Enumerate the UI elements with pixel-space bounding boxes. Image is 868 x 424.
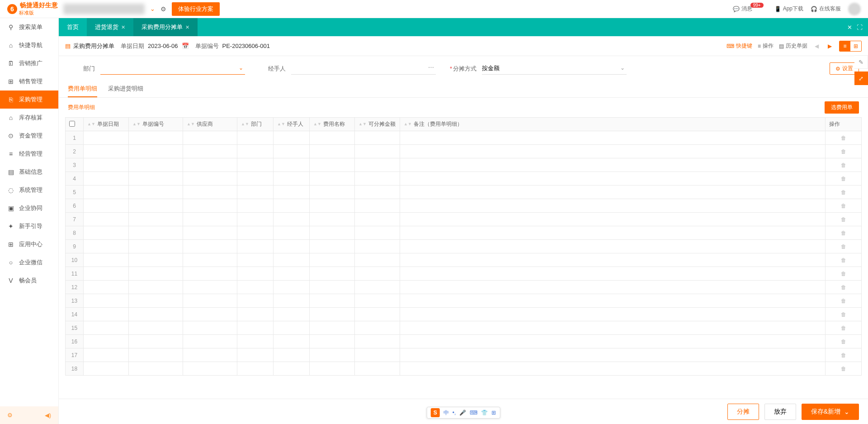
col-amount[interactable]: ▲▼可分摊金额 [355,118,400,131]
collapse-icon[interactable]: ◀) [45,412,51,419]
table-row[interactable]: 6🗑 [66,199,862,213]
chevron-down-icon[interactable]: ⌄ [239,65,243,71]
table-row[interactable]: 9🗑 [66,240,862,253]
sidebar-item[interactable]: ▤基础信息 [0,163,58,181]
delete-icon[interactable]: 🗑 [841,162,846,168]
chevron-down-icon[interactable]: ⌄ [620,65,625,71]
table-row[interactable]: 13🗑 [66,294,862,308]
action-link[interactable]: ≡ 操作 [758,42,774,50]
delete-icon[interactable]: 🗑 [841,176,846,182]
table-row[interactable]: 1🗑 [66,131,862,145]
fullscreen-icon[interactable]: ⛶ [857,24,863,31]
col-handler[interactable]: ▲▼经手人 [274,118,310,131]
sidebar-item[interactable]: ⎘采购管理 [0,91,58,109]
sidebar-item[interactable]: ○企业微信 [0,253,58,272]
delete-icon[interactable]: 🗑 [841,338,846,345]
delete-icon[interactable]: 🗑 [841,257,846,263]
sidebar-item[interactable]: V畅会员 [0,272,58,290]
delete-icon[interactable]: 🗑 [841,230,846,236]
save-new-button[interactable]: 保存&新增⌄ [802,404,859,420]
dept-input[interactable] [100,63,245,75]
ime-lang[interactable]: 中 [443,409,449,417]
delete-icon[interactable]: 🗑 [841,135,846,141]
rail-edit-icon[interactable]: ✎ [854,55,868,69]
app-download-link[interactable]: 📱 App下载 [774,5,803,13]
tab-fee-allocation[interactable]: 采购费用分摊单✕ [133,18,198,36]
delete-icon[interactable]: 🗑 [841,325,846,331]
col-remark[interactable]: ▲▼备注（费用单明细） [400,118,826,131]
sidebar-item[interactable]: ⌂快捷导航 [0,36,58,54]
table-row[interactable]: 11🗑 [66,267,862,281]
table-row[interactable]: 4🗑 [66,172,862,186]
table-row[interactable]: 18🗑 [66,362,862,376]
try-solution-button[interactable]: 体验行业方案 [172,2,220,16]
sidebar-item[interactable]: ⊙资金管理 [0,127,58,145]
col-checkbox[interactable] [66,118,84,131]
delete-icon[interactable]: 🗑 [841,311,846,318]
subtab-fee-detail[interactable]: 费用单明细 [68,81,97,97]
shortcut-link[interactable]: ⌨ 快捷键 [726,42,752,50]
close-icon[interactable]: ✕ [185,24,189,30]
select-fee-button[interactable]: 选费用单 [825,101,859,114]
delete-icon[interactable]: 🗑 [841,243,846,250]
discard-button[interactable]: 放弃 [764,404,796,420]
next-arrow-icon[interactable]: ▶ [826,43,834,49]
ime-skin-icon[interactable]: 👕 [481,410,488,416]
sidebar-item[interactable]: ≡经营管理 [0,145,58,163]
more-icon[interactable]: ⋯ [428,64,434,71]
org-chevron-icon[interactable]: ⌄ [150,5,155,12]
tab-purchase-return[interactable]: 进货退货✕ [87,18,133,36]
sidebar-item[interactable]: ⌂库存核算 [0,109,58,127]
col-fee-name[interactable]: ▲▼费用名称 [310,118,355,131]
ime-mic-icon[interactable]: 🎤 [459,410,466,416]
calendar-icon[interactable]: 📅 [182,43,189,49]
ime-keyboard-icon[interactable]: ⌨ [470,410,477,416]
prev-arrow-icon[interactable]: ◀ [813,43,821,49]
org-selector[interactable] [63,4,145,14]
ime-grid-icon[interactable]: ⊞ [491,410,496,416]
delete-icon[interactable]: 🗑 [841,148,846,155]
table-row[interactable]: 7🗑 [66,213,862,226]
close-all-icon[interactable]: ✕ [847,24,852,31]
sidebar-item[interactable]: ▣企业协同 [0,199,58,217]
sidebar-item[interactable]: ⊞应用中心 [0,235,58,253]
sidebar-item[interactable]: ⚲搜索菜单 [0,18,58,36]
table-row[interactable]: 3🗑 [66,158,862,172]
col-dept[interactable]: ▲▼部门 [237,118,274,131]
view-list-icon[interactable]: ≡ [840,41,850,51]
table-row[interactable]: 14🗑 [66,308,862,321]
close-icon[interactable]: ✕ [121,24,125,30]
delete-icon[interactable]: 🗑 [841,203,846,209]
col-supplier[interactable]: ▲▼供应商 [183,118,237,131]
sidebar-item[interactable]: ⊞销售管理 [0,72,58,91]
delete-icon[interactable]: 🗑 [841,271,846,277]
sidebar-item[interactable]: ✦新手引导 [0,217,58,235]
view-card-icon[interactable]: ⊞ [850,41,861,51]
sidebar-item[interactable]: 🗓营销推广 [0,54,58,72]
delete-icon[interactable]: 🗑 [841,352,846,358]
messages-link[interactable]: 💬 消息 99+ [733,5,767,13]
table-row[interactable]: 17🗑 [66,348,862,362]
table-row[interactable]: 8🗑 [66,226,862,240]
delete-icon[interactable]: 🗑 [841,216,846,223]
table-row[interactable]: 15🗑 [66,321,862,335]
handler-input[interactable] [291,63,436,75]
ime-bar[interactable]: S 中 •, 🎤 ⌨ 👕 ⊞ [427,407,500,419]
settings-icon[interactable]: ⚙ [160,5,166,13]
table-row[interactable]: 16🗑 [66,335,862,348]
delete-icon[interactable]: 🗑 [841,298,846,304]
delete-icon[interactable]: 🗑 [841,189,846,195]
doc-date-value[interactable]: 2023-06-06 [148,43,178,49]
rail-expand-icon[interactable]: ⤢ [854,71,868,85]
col-no[interactable]: ▲▼单据编号 [129,118,183,131]
avatar[interactable] [848,3,861,15]
sidebar-item[interactable]: ◌系统管理 [0,181,58,199]
delete-icon[interactable]: 🗑 [841,366,846,372]
footer-gear-icon[interactable]: ⚙ [7,412,13,419]
history-link[interactable]: ▤ 历史单据 [779,42,807,50]
support-link[interactable]: 🎧 在线客服 [811,5,841,13]
select-all-checkbox[interactable] [69,121,75,127]
col-date[interactable]: ▲▼单据日期 [84,118,129,131]
table-row[interactable]: 12🗑 [66,281,862,294]
subtab-purchase-detail[interactable]: 采购进货明细 [108,81,143,97]
